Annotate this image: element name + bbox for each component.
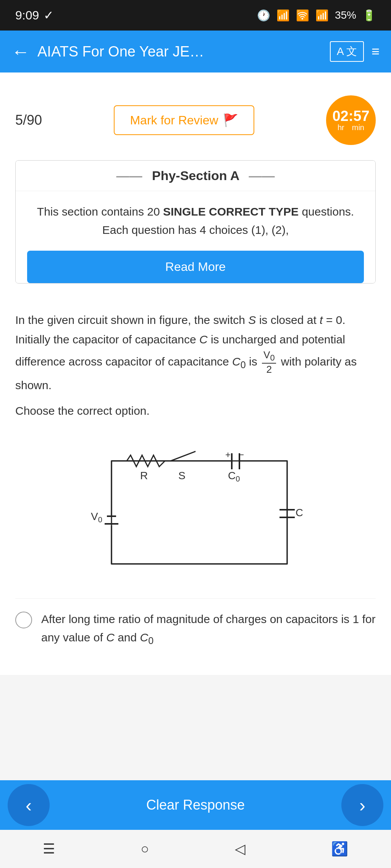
status-time: 9:09 [15,8,39,23]
battery-icon: 🔋 [362,9,376,22]
section-box: Phy-Section A This section contains 20 S… [15,160,376,283]
bottom-nav: ‹ Clear Response › [0,780,391,830]
clear-response-button[interactable]: Clear Response [57,784,334,826]
signal-icon: 📶 [276,9,290,22]
options-section: After long time ratio of magnitude of ch… [15,594,376,675]
svg-text:R: R [140,470,148,482]
status-check-icon: ✓ [44,8,54,23]
svg-rect-0 [111,461,287,564]
next-button[interactable]: › [341,784,383,826]
back-button[interactable]: ← [11,41,30,62]
prev-button[interactable]: ‹ [8,784,50,826]
timer: 02:57 hr min [326,95,376,145]
circuit-diagram: R S + − C0 [15,449,376,579]
wifi-icon: 🛜 [296,9,309,22]
section-title: Phy-Section A [16,161,375,191]
read-more-button[interactable]: Read More [27,251,364,283]
timer-hr-label: hr [338,123,344,132]
question-body: In the given circuit shown in figure, th… [15,299,376,438]
section-description: This section contains 20 SINGLE CORRECT … [27,203,364,239]
fraction-v0-2: V0 2 [262,349,276,375]
status-bar: 9:09 ✓ 🕐 📶 🛜 📶 35% 🔋 [0,0,391,31]
android-accessibility-icon[interactable]: ♿ [331,841,348,857]
section-title-text: Phy-Section A [152,168,239,183]
main-content: 5/90 Mark for Review 🚩 02:57 hr min Phy-… [0,72,391,675]
android-menu-icon[interactable]: ☰ [43,841,55,857]
svg-text:C: C [296,507,302,519]
android-home-icon[interactable]: ○ [141,841,149,857]
svg-text:S: S [178,470,186,482]
nav-bar: ← AIATS For One Year JE… A 文 ≡ [0,31,391,72]
option-item[interactable]: After long time ratio of magnitude of ch… [15,598,376,660]
translate-label: A 文 [337,44,357,59]
status-time-area: 9:09 ✓ [15,8,54,23]
svg-text:+: + [225,449,231,460]
svg-text:C0: C0 [228,470,240,483]
option-radio-1[interactable] [15,612,32,628]
svg-text:V0: V0 [91,510,102,524]
question-text-1: In the given circuit shown in figure, th… [15,310,376,395]
mark-review-label: Mark for Review [130,113,218,127]
mark-review-button[interactable]: Mark for Review 🚩 [114,105,254,135]
android-nav-bar: ☰ ○ ◁ ♿ [0,830,391,868]
status-icons-area: 🕐 📶 🛜 📶 35% 🔋 [257,9,376,22]
option-text-1: After long time ratio of magnitude of ch… [41,610,376,648]
timer-min-label: min [352,123,364,132]
svg-line-4 [171,451,196,461]
section-body: This section contains 20 SINGLE CORRECT … [16,191,375,283]
battery-text: 35% [335,9,356,21]
next-icon: › [359,795,365,816]
alarm-icon: 🕐 [257,9,270,22]
flag-icon: 🚩 [223,113,238,127]
timer-time: 02:57 [332,109,369,123]
translate-button[interactable]: A 文 [330,41,364,62]
cellular-icon: 📶 [315,9,329,22]
menu-button[interactable]: ≡ [372,43,380,60]
question-number: 5/90 [15,112,42,128]
question-header: 5/90 Mark for Review 🚩 02:57 hr min [15,88,376,145]
circuit-svg: R S + − C0 [89,449,302,579]
nav-title: AIATS For One Year JE… [37,43,322,60]
question-text-2: Choose the correct option. [15,401,376,420]
timer-label: hr min [338,123,364,132]
prev-icon: ‹ [26,795,32,816]
android-back-icon[interactable]: ◁ [235,841,246,857]
